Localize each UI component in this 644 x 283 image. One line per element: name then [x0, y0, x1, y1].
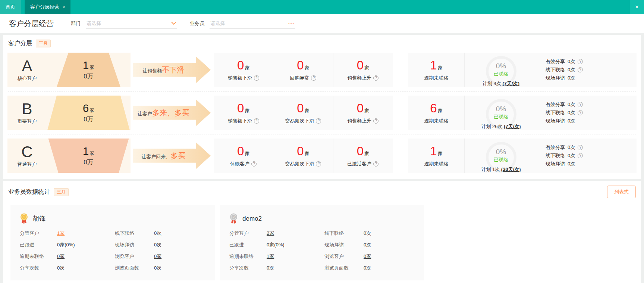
slogan-arrow: 让客户回来、多买 — [131, 139, 211, 173]
stats-group: 0家 销售额下滑? 0家 交易频次下滑? 0家 销售额上升? — [214, 96, 393, 130]
stat-col: 0家 交易频次下滑? — [273, 96, 333, 130]
layer-letter-block: A 核心客户 — [7, 58, 47, 82]
tab-home[interactable]: 首页 — [0, 0, 21, 14]
layer-letter: A — [7, 58, 47, 74]
card-head: 2 demo2 — [229, 213, 415, 224]
gauge-col: 0% 已联络 计划 4次 (7天/次) — [464, 53, 537, 87]
salesperson-cards: 1 胡锋 分管客户1家 线下联络0次 已跟进0家(0%) 现场拜访0次 逾期未联… — [3, 202, 641, 283]
plan-line: 计划 26次 (7天/次) — [481, 123, 521, 130]
side-row: 线下联络0次? — [546, 109, 583, 116]
gold-medal-icon: 1 — [20, 213, 28, 224]
row-divider — [8, 134, 636, 134]
tab-customer-layers[interactable]: 客户分层经营 × — [25, 0, 70, 14]
help-icon[interactable]: ? — [578, 67, 583, 72]
department-label: 部门 — [71, 20, 81, 27]
stat-value[interactable]: 0家 — [57, 253, 115, 260]
slogan: 让销售额不下滑 — [131, 65, 196, 75]
stat-value[interactable]: 0家 — [364, 253, 415, 260]
stat-col: 0家 销售额上升? — [333, 53, 393, 87]
stat-col: 0家 已激活客户? — [333, 139, 393, 173]
salesperson-card: 2 demo2 分管客户2家 线下联络0次 已跟进0家(0%) 现场拜访0次 逾… — [220, 205, 424, 280]
help-icon[interactable]: ? — [251, 161, 257, 167]
svg-text:1: 1 — [23, 215, 25, 219]
close-icon[interactable]: × — [630, 0, 644, 14]
side-row: 现场拜访0次 — [546, 118, 583, 124]
customer-count: 1家 — [83, 145, 94, 158]
gauge-col: 0% 已联络 计划 26次 (7天/次) — [464, 96, 537, 130]
salesperson-input[interactable]: 请选择 ··· — [210, 19, 295, 29]
help-icon[interactable]: ? — [254, 75, 259, 81]
list-view-button[interactable]: 列表式 — [607, 186, 636, 198]
sales-amount: 0万 — [83, 115, 94, 124]
stat-value[interactable]: 1家 — [267, 253, 324, 260]
tab-close-icon[interactable]: × — [63, 5, 65, 9]
funnel-stats: 1家 0万 — [83, 59, 94, 81]
stat-value[interactable]: 0家(0%) — [267, 242, 324, 248]
stat-value[interactable]: 0家(0%) — [57, 242, 115, 248]
stat-value: 0次 — [154, 242, 205, 248]
salesperson-placeholder: 请选择 — [210, 20, 225, 27]
silver-medal-icon: 2 — [229, 213, 238, 224]
customer-count: 6家 — [83, 102, 94, 115]
gauge-status: 已联络 — [494, 113, 508, 120]
tab-home-label: 首页 — [6, 4, 15, 10]
chevron-down-icon — [171, 22, 176, 25]
help-icon[interactable]: ? — [254, 118, 259, 124]
salesperson-filter: 业务员 请选择 ··· — [190, 19, 295, 29]
layer-band: A 核心客户 1家 0万 — [7, 53, 131, 87]
stat-label: 回购异常 — [290, 75, 309, 81]
overdue-col: 1家 逾期未联络 — [408, 53, 464, 87]
help-icon[interactable]: ? — [578, 59, 583, 64]
funnel-segment: 1家 0万 — [47, 139, 131, 173]
stat-value: 0次 — [364, 242, 415, 248]
ellipsis-icon[interactable]: ··· — [288, 21, 295, 27]
followup-group: 6家 逾期未联络 0% 已联络 计划 26次 (7天/次) 有效分享0次? 线下… — [408, 96, 637, 130]
stat-value[interactable]: 2家 — [267, 230, 324, 237]
stat-value[interactable]: 0家 — [154, 253, 205, 260]
stat-value: 0次 — [57, 265, 115, 271]
stats-group: 0家 休眠客户? 0家 交易频次下滑? 0家 已激活客户? — [214, 139, 393, 173]
help-icon[interactable]: ? — [373, 75, 378, 81]
help-icon[interactable]: ? — [578, 110, 583, 115]
stat-number: 0家 — [357, 58, 369, 72]
customer-layers-panel: 客户分层 三月 A 核心客户 1家 0万 让销售额不下滑 — [3, 35, 641, 179]
help-icon[interactable]: ? — [316, 118, 321, 124]
stat-number: 0家 — [357, 101, 369, 115]
salesperson-card: 1 胡锋 分管客户1家 线下联络0次 已跟进0家(0%) 现场拜访0次 逾期未联… — [10, 205, 215, 280]
help-icon[interactable]: ? — [311, 75, 316, 81]
help-icon[interactable]: ? — [578, 102, 583, 107]
stat-col: 0家 回购异常? — [273, 53, 333, 87]
stat-col: 0家 休眠客户? — [214, 139, 273, 173]
customer-layers-header: 客户分层 三月 — [3, 35, 641, 51]
gauge-status: 已联络 — [494, 156, 508, 163]
overdue-col: 1家 逾期未联络 — [408, 139, 464, 173]
stat-number: 1家 — [430, 58, 442, 72]
sales-amount: 0万 — [83, 72, 94, 81]
department-select[interactable]: 请选择 — [86, 19, 177, 29]
help-icon[interactable]: ? — [373, 118, 378, 124]
layer-type: 普通客户 — [7, 161, 47, 168]
stat-col: 0家 销售额下滑? — [214, 53, 273, 87]
stat-label: 逾期未联络 — [424, 75, 449, 81]
funnel-segment: 1家 0万 — [47, 53, 131, 87]
help-icon[interactable]: ? — [578, 145, 583, 150]
funnel-segment: 6家 0万 — [47, 96, 131, 130]
help-icon[interactable]: ? — [316, 161, 321, 167]
side-row: 有效分享0次? — [546, 101, 583, 108]
side-list: 有效分享0次? 线下联络0次? 现场拜访0次 — [546, 53, 583, 87]
layer-band: B 重要客户 6家 0万 — [7, 96, 131, 130]
salesperson-panel: 业务员数据统计 三月 列表式 1 胡锋 分管客户1家 线下联络0次 已跟进0家(… — [3, 181, 641, 283]
help-icon[interactable]: ? — [578, 153, 583, 158]
tab-active-label: 客户分层经营 — [30, 4, 59, 10]
stat-label: 已激活客户 — [347, 161, 371, 167]
page-header: 客户分层经营 部门 请选择 业务员 请选择 ··· — [0, 14, 644, 33]
stat-value: 0次 — [267, 265, 324, 271]
page-title: 客户分层经营 — [9, 19, 54, 29]
stat-number: 0家 — [297, 58, 309, 72]
salesperson-label: 业务员 — [190, 20, 204, 27]
layer-type: 重要客户 — [7, 118, 47, 125]
month-badge: 三月 — [54, 188, 69, 196]
stat-value[interactable]: 1家 — [57, 230, 115, 237]
sales-amount: 0万 — [83, 158, 94, 167]
help-icon[interactable]: ? — [373, 161, 378, 167]
